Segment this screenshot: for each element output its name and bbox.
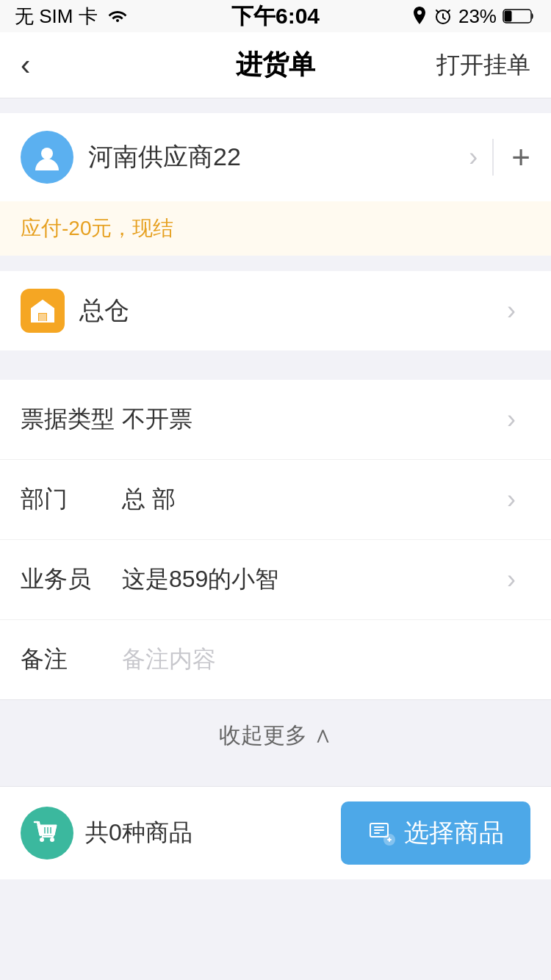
supplier-divider — [492, 139, 494, 176]
collapse-label: 收起更多 ∧ — [219, 721, 331, 751]
warehouse-section: 总仓 › — [0, 270, 551, 350]
cart-icon — [32, 818, 62, 849]
notice-text: 应付-20元，现结 — [21, 217, 173, 239]
page-title: 进货单 — [236, 47, 315, 83]
invoice-label: 票据类型 — [21, 403, 116, 436]
warehouse-chevron-icon: › — [507, 295, 516, 326]
battery-text: 23% — [458, 5, 497, 28]
svg-point-6 — [40, 837, 44, 842]
bottom-bar: 共0种商品 选择商品 — [0, 786, 551, 879]
notice-banner: 应付-20元，现结 — [0, 201, 551, 256]
user-icon — [31, 141, 63, 173]
department-row[interactable]: 部门 总 部 › — [0, 460, 551, 540]
products-count: 共0种商品 — [85, 817, 192, 849]
status-right: 23% — [411, 5, 536, 28]
invoice-chevron-icon: › — [507, 404, 516, 435]
svg-rect-2 — [505, 11, 512, 22]
section-gap-4 — [0, 771, 551, 786]
select-goods-icon — [367, 819, 395, 847]
form-section: 票据类型 不开票 › 部门 总 部 › 业务员 这是859的小智 › 备注 备注… — [0, 380, 551, 699]
svg-rect-5 — [39, 314, 46, 322]
products-left: 共0种商品 — [21, 807, 192, 860]
remark-input[interactable]: 备注内容 — [116, 644, 530, 676]
warehouse-name: 总仓 — [79, 294, 507, 328]
cart-icon-wrap — [21, 807, 73, 860]
supplier-section: 河南供应商22 › + 应付-20元，现结 — [0, 113, 551, 256]
salesperson-label: 业务员 — [21, 563, 116, 596]
department-chevron-icon: › — [507, 484, 516, 515]
department-label: 部门 — [21, 483, 116, 516]
salesperson-chevron-icon: › — [507, 564, 516, 595]
warehouse-icon-wrap — [21, 289, 65, 333]
remark-row[interactable]: 备注 备注内容 — [0, 620, 551, 699]
supplier-name: 河南供应商22 — [88, 140, 469, 174]
add-supplier-button[interactable]: + — [511, 139, 530, 176]
svg-point-7 — [50, 837, 54, 842]
status-carrier: 无 SIM 卡 — [15, 4, 130, 29]
invoice-row[interactable]: 票据类型 不开票 › — [0, 380, 551, 460]
nav-bar: ‹ 进货单 打开挂单 — [0, 32, 551, 98]
back-button[interactable]: ‹ — [21, 48, 65, 82]
select-goods-label: 选择商品 — [404, 816, 504, 850]
warehouse-row[interactable]: 总仓 › — [0, 270, 551, 350]
status-time: 下午6:04 — [231, 1, 320, 32]
page-background-fill — [0, 879, 551, 980]
wifi-icon — [105, 7, 130, 25]
supplier-chevron-icon: › — [469, 142, 478, 173]
location-icon — [411, 7, 428, 26]
svg-point-3 — [41, 148, 53, 159]
salesperson-row[interactable]: 业务员 这是859的小智 › — [0, 540, 551, 620]
open-pending-button[interactable]: 打开挂单 — [436, 49, 530, 82]
supplier-row[interactable]: 河南供应商22 › + — [0, 113, 551, 201]
collapse-button[interactable]: 收起更多 ∧ — [0, 699, 551, 771]
section-gap-1 — [0, 98, 551, 113]
supplier-avatar — [21, 131, 73, 184]
section-gap-3 — [0, 350, 551, 365]
status-bar: 无 SIM 卡 下午6:04 23% — [0, 0, 551, 32]
select-goods-button[interactable]: 选择商品 — [341, 801, 530, 865]
carrier-text: 无 SIM 卡 — [15, 4, 98, 29]
section-gap-2 — [0, 256, 551, 270]
invoice-value: 不开票 — [116, 403, 507, 436]
department-value: 总 部 — [116, 483, 507, 516]
alarm-icon — [433, 7, 453, 26]
house-icon — [29, 297, 57, 325]
salesperson-value: 这是859的小智 — [116, 563, 507, 596]
remark-label: 备注 — [21, 644, 116, 676]
battery-icon — [503, 8, 536, 24]
